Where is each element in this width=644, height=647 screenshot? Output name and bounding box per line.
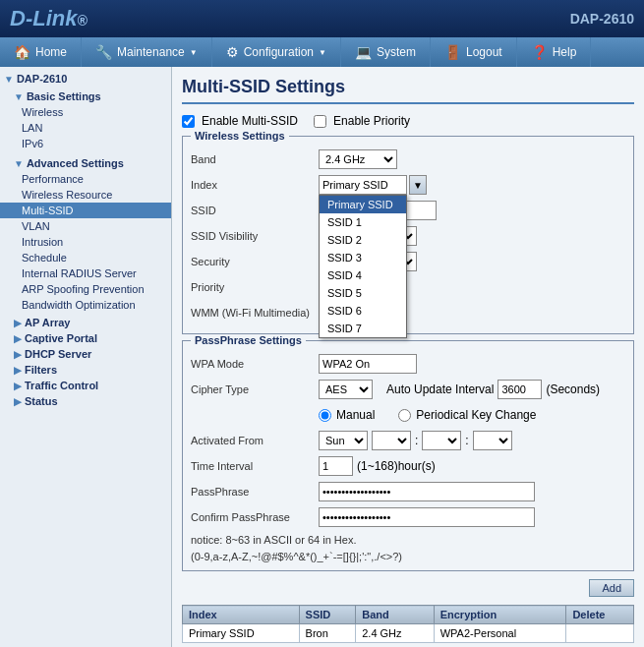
traffic-expand-icon: ▶ [14, 381, 22, 391]
periodical-radio-label[interactable]: Periodical Key Change [398, 408, 536, 422]
sidebar-status[interactable]: ▶ Status [0, 393, 171, 409]
sidebar-advanced-label: Advanced Settings [27, 157, 124, 169]
manual-radio-label[interactable]: Manual [319, 408, 375, 422]
sidebar-item-lan[interactable]: LAN [0, 120, 171, 136]
index-option-ssid1[interactable]: SSID 1 [320, 213, 406, 231]
passphrase-input[interactable] [319, 482, 535, 501]
manual-radio[interactable] [319, 409, 331, 422]
sidebar-item-schedule[interactable]: Schedule [0, 250, 171, 265]
cipher-row: Cipher Type AES Auto Update Interval (Se… [191, 379, 625, 400]
nav-maintenance[interactable]: 🔧 Maintenance ▼ [82, 37, 212, 67]
activated-min-select[interactable] [422, 431, 461, 450]
sidebar-filters[interactable]: ▶ Filters [0, 362, 171, 378]
save-button-row: Save [182, 643, 634, 647]
add-button-row: Add [182, 579, 634, 597]
ssid-visibility-label: SSID Visibility [191, 230, 319, 242]
sidebar-captive-portal[interactable]: ▶ Captive Portal [0, 330, 171, 346]
nav-home[interactable]: 🏠 Home [0, 37, 82, 67]
index-option-ssid5[interactable]: SSID 5 [320, 284, 406, 302]
index-option-ssid6[interactable]: SSID 6 [320, 302, 406, 320]
data-table: Index SSID Band Encryption Delete Primar… [182, 605, 634, 643]
ssid-visibility-row: SSID Visibility [191, 225, 625, 247]
confirm-passphrase-input[interactable] [319, 507, 535, 527]
cipher-select[interactable]: AES [319, 380, 373, 399]
enable-multi-ssid-checkbox[interactable] [182, 115, 195, 128]
sidebar-basic-label: Basic Settings [27, 90, 101, 102]
activated-hour-select[interactable] [372, 431, 411, 450]
nav-system[interactable]: 💻 System [341, 37, 431, 67]
ssid-label: SSID [191, 205, 319, 216]
auto-update-input[interactable] [498, 380, 542, 399]
passphrase-settings-section: PassPhrase Settings WPA Mode Cipher Type… [182, 340, 634, 571]
wpa-mode-input[interactable] [319, 354, 417, 374]
band-row: Band 2.4 GHz 5 GHz [191, 148, 625, 170]
passphrase-settings-title: PassPhrase Settings [191, 334, 306, 346]
sidebar-item-multi-ssid[interactable]: Multi-SSID [0, 203, 171, 218]
status-expand-icon: ▶ [14, 396, 22, 407]
index-option-ssid3[interactable]: SSID 3 [320, 249, 406, 266]
index-option-ssid7[interactable]: SSID 7 [320, 320, 406, 337]
sidebar-item-ipv6[interactable]: IPv6 [0, 136, 171, 151]
activated-from-row: Activated From SunMonTue : : [191, 430, 625, 451]
nav-configuration[interactable]: ⚙ Configuration ▼ [212, 37, 341, 67]
cipher-control: AES Auto Update Interval (Seconds) [319, 380, 625, 399]
activated-sec-select[interactable] [473, 431, 512, 450]
model-number: DAP-2610 [570, 11, 634, 27]
main-layout: ▼ DAP-2610 ▼ Basic Settings Wireless LAN… [0, 67, 644, 647]
sidebar-dhcp-label: DHCP Server [25, 348, 91, 360]
sidebar-item-performance[interactable]: Performance [0, 171, 171, 187]
index-dropdown-button[interactable]: ▼ [409, 175, 427, 195]
sidebar-item-radius[interactable]: Internal RADIUS Server [0, 265, 171, 281]
sidebar-traffic-label: Traffic Control [25, 380, 98, 391]
nav-configuration-label: Configuration [244, 45, 314, 59]
wpa-mode-row: WPA Mode [191, 353, 625, 375]
sidebar-filters-label: Filters [25, 364, 57, 376]
index-input[interactable] [319, 175, 407, 195]
time-interval-control: (1~168)hour(s) [319, 456, 625, 476]
sidebar-basic-settings-header[interactable]: ▼ Basic Settings [0, 88, 171, 104]
sidebar-dhcp-server[interactable]: ▶ DHCP Server [0, 346, 171, 362]
enable-priority-label: Enable Priority [333, 114, 410, 128]
sidebar-item-wireless[interactable]: Wireless [0, 104, 171, 120]
sidebar-item-wireless-resource[interactable]: Wireless Resource [0, 187, 171, 203]
time-colon2: : [465, 434, 468, 447]
index-option-ssid4[interactable]: SSID 4 [320, 266, 406, 284]
auto-update-unit: (Seconds) [546, 382, 600, 396]
index-option-ssid2[interactable]: SSID 2 [320, 231, 406, 249]
time-interval-input[interactable] [319, 456, 353, 476]
periodical-label: Periodical Key Change [416, 408, 536, 422]
sidebar-status-label: Status [25, 395, 58, 407]
index-label: Index [191, 179, 319, 191]
system-icon: 💻 [355, 44, 372, 60]
sidebar-advanced-settings-header[interactable]: ▼ Advanced Settings [0, 155, 171, 171]
activated-day-select[interactable]: SunMonTue [319, 431, 368, 450]
sidebar-item-intrusion[interactable]: Intrusion [0, 234, 171, 250]
sidebar-ap-array-label: AP Array [25, 317, 70, 328]
key-change-row: Manual Periodical Key Change [191, 404, 625, 426]
sidebar-traffic-control[interactable]: ▶ Traffic Control [0, 378, 171, 393]
periodical-radio[interactable] [398, 409, 411, 422]
activated-from-control: SunMonTue : : [319, 431, 625, 450]
wmm-label: WMM (Wi-Fi Multimedia) [191, 307, 319, 319]
security-row: Security [191, 251, 625, 272]
nav-logout[interactable]: 🚪 Logout [431, 37, 517, 67]
table-row: Primary SSIDBron2.4 GHzWPA2-Personal [183, 624, 634, 643]
sidebar-root[interactable]: ▼ DAP-2610 [0, 71, 171, 87]
index-option-primary[interactable]: Primary SSID [320, 196, 406, 213]
sidebar-item-bandwidth[interactable]: Bandwidth Optimization [0, 297, 171, 313]
ap-expand-icon: ▶ [14, 318, 22, 328]
nav-logout-label: Logout [466, 45, 502, 59]
cipher-label: Cipher Type [191, 383, 319, 395]
sidebar-root-label: DAP-2610 [17, 73, 67, 85]
security-label: Security [191, 256, 319, 267]
enable-priority-checkbox-label[interactable]: Enable Priority [314, 114, 410, 128]
nav-help[interactable]: ❓ Help [517, 37, 592, 67]
add-button[interactable]: Add [589, 579, 634, 597]
sidebar-ap-array[interactable]: ▶ AP Array [0, 315, 171, 330]
band-select[interactable]: 2.4 GHz 5 GHz [319, 149, 397, 169]
sidebar-item-arp[interactable]: ARP Spoofing Prevention [0, 281, 171, 297]
wireless-settings-title: Wireless Settings [191, 130, 289, 142]
enable-multi-ssid-checkbox-label[interactable]: Enable Multi-SSID [182, 114, 298, 128]
sidebar-item-vlan[interactable]: VLAN [0, 218, 171, 234]
enable-priority-checkbox[interactable] [314, 115, 326, 128]
